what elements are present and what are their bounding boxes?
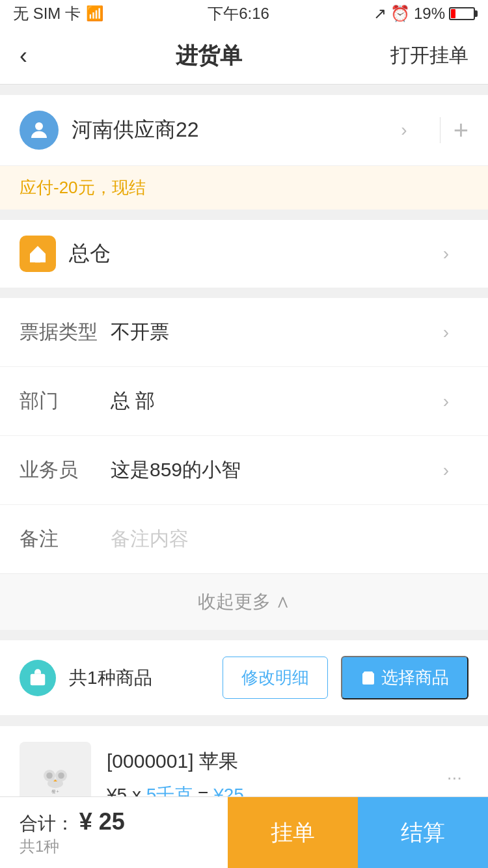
invoice-type-label: 票据类型	[20, 319, 98, 346]
department-label: 部门	[20, 388, 98, 414]
hang-button[interactable]: 挂单	[228, 797, 358, 869]
product-header: 共1种商品 修改明细 选择商品	[0, 640, 488, 716]
location-icon: ↗	[373, 5, 386, 23]
supplier-card: 河南供应商22 › + 应付-20元，现结	[0, 95, 488, 210]
select-product-label: 选择商品	[381, 666, 449, 689]
status-right: ↗ ⏰ 19%	[373, 5, 475, 23]
svg-point-6	[46, 772, 53, 779]
svg-rect-2	[31, 673, 46, 685]
home-icon	[27, 243, 48, 264]
product-count: 共1种商品	[69, 666, 223, 690]
supplier-chevron-icon: ›	[401, 120, 407, 141]
product-more-button[interactable]: ···	[441, 761, 468, 794]
battery-icon	[449, 7, 475, 20]
remarks-label: 备注	[20, 526, 98, 552]
product-name: [0000001] 苹果	[107, 748, 441, 775]
warehouse-row[interactable]: 总仓 ›	[0, 220, 488, 288]
footer: 合计： ¥ 25 共1种 挂单 结算	[0, 796, 488, 868]
total-label: 合计：	[20, 813, 74, 834]
supplier-avatar	[20, 111, 59, 150]
product-title: 苹果	[199, 750, 238, 772]
form-card: 票据类型 不开票 › 部门 总 部 › 业务员 这是859的小智 › 备注 备注…	[0, 298, 488, 630]
wifi-icon: 📶	[86, 5, 103, 22]
salesman-label: 业务员	[20, 457, 98, 483]
warehouse-chevron-icon: ›	[443, 243, 449, 264]
carrier-text: 无 SIM 卡	[13, 3, 81, 24]
collapse-bar[interactable]: 收起更多 ∧	[0, 573, 488, 630]
supplier-name: 河南供应商22	[72, 116, 401, 144]
content-area: 河南供应商22 › + 应付-20元，现结 总仓 › 票据类型 不开票 ›	[0, 95, 488, 829]
page-title: 进货单	[176, 41, 242, 71]
status-time: 下午6:16	[208, 3, 269, 24]
select-product-button[interactable]: 选择商品	[341, 656, 468, 699]
footer-total: 合计： ¥ 25 共1种	[0, 808, 228, 857]
open-hang-button[interactable]: 打开挂单	[390, 42, 468, 69]
svg-point-0	[35, 122, 43, 130]
battery-percent: 19%	[414, 5, 445, 23]
department-value: 总 部	[98, 388, 443, 414]
product-code: [0000001]	[107, 750, 199, 772]
supplier-row[interactable]: 河南供应商22 › +	[0, 95, 488, 166]
salesman-chevron-icon: ›	[443, 460, 449, 481]
edit-detail-button[interactable]: 修改明细	[223, 657, 328, 699]
payment-notice: 应付-20元，现结	[0, 166, 488, 210]
warehouse-icon-badge	[20, 236, 56, 272]
warehouse-name: 总仓	[69, 239, 443, 268]
alarm-icon: ⏰	[390, 5, 410, 23]
salesman-value: 这是859的小智	[98, 457, 443, 483]
back-button[interactable]: ‹	[20, 42, 27, 70]
status-bar: 无 SIM 卡 📶 下午6:16 ↗ ⏰ 19%	[0, 0, 488, 27]
settle-button[interactable]: 结算	[358, 797, 488, 869]
svg-point-7	[58, 772, 64, 779]
product-icon-badge	[20, 660, 56, 696]
invoice-type-chevron-icon: ›	[443, 322, 449, 343]
product-section-card: 共1种商品 修改明细 选择商品	[0, 640, 488, 716]
remarks-input[interactable]: 备注内容	[98, 526, 468, 552]
owl-logo: 餐+	[36, 758, 75, 797]
divider	[440, 117, 441, 143]
cart-icon	[360, 670, 376, 686]
person-icon	[27, 118, 51, 142]
shopping-icon	[28, 668, 47, 688]
invoice-type-value: 不开票	[98, 319, 443, 346]
svg-text:餐+: 餐+	[51, 789, 59, 794]
nav-bar: ‹ 进货单 打开挂单	[0, 27, 488, 85]
department-row[interactable]: 部门 总 部 ›	[0, 367, 488, 436]
remarks-row[interactable]: 备注 备注内容	[0, 505, 488, 573]
add-supplier-button[interactable]: +	[454, 116, 468, 145]
warehouse-card: 总仓 ›	[0, 220, 488, 288]
status-left: 无 SIM 卡 📶	[13, 3, 103, 24]
collapse-label: 收起更多 ∧	[198, 591, 291, 612]
svg-rect-1	[35, 256, 40, 262]
footer-total-line: 合计： ¥ 25	[20, 808, 208, 836]
department-chevron-icon: ›	[443, 391, 449, 412]
total-amount: ¥ 25	[79, 808, 125, 835]
footer-sub-label: 共1种	[20, 836, 208, 857]
salesman-row[interactable]: 业务员 这是859的小智 ›	[0, 436, 488, 505]
invoice-type-row[interactable]: 票据类型 不开票 ›	[0, 298, 488, 367]
